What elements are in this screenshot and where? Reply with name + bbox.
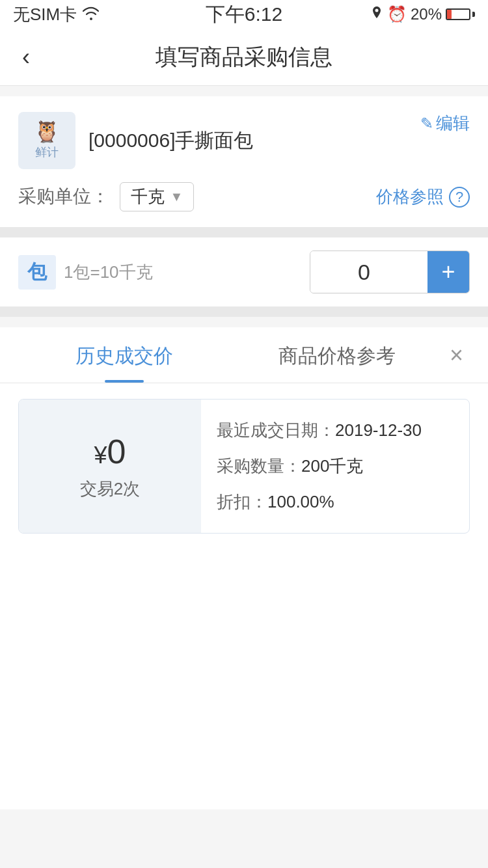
discount-value: 100.00% (267, 492, 334, 511)
latest-date-row: 最近成交日期：2019-12-30 (217, 418, 454, 443)
status-time: 下午6:12 (206, 1, 282, 28)
divider (0, 227, 488, 237)
edit-button[interactable]: ✎ 编辑 (420, 112, 470, 135)
history-price: ¥0 (94, 432, 126, 471)
trades-count: 交易2次 (80, 478, 140, 500)
qty-conversion: 1包=10千克 (64, 261, 153, 284)
tab-price-reference[interactable]: 商品价格参考 (230, 327, 442, 383)
currency-symbol: ¥ (94, 442, 107, 468)
divider-2 (0, 306, 488, 317)
tabs-panel: 历史成交价 商品价格参考 × ¥0 交易2次 最近成交日期：2019-12-30… (0, 327, 488, 809)
price-value: 0 (107, 433, 126, 470)
alarm-icon: ⏰ (387, 5, 407, 23)
qty-input-group: + (310, 251, 470, 293)
latest-date-value: 2019-12-30 (335, 420, 422, 440)
price-ref-label: 价格参照 (376, 185, 444, 208)
tabs-header: 历史成交价 商品价格参考 × (0, 327, 488, 383)
purchase-quantity-label: 采购数量： (217, 456, 301, 476)
qty-plus-button[interactable]: + (427, 251, 469, 293)
discount-label: 折扣： (217, 492, 267, 511)
tab-close-button[interactable]: × (443, 335, 470, 375)
qty-unit-info: 包 1包=10千克 (18, 255, 153, 290)
quantity-row: 包 1包=10千克 + (0, 237, 488, 306)
edit-label: 编辑 (436, 112, 470, 135)
content-area (0, 549, 488, 809)
qty-unit-box: 包 (18, 255, 56, 290)
unit-value: 千克 (131, 185, 165, 208)
history-left: ¥0 交易2次 (19, 400, 201, 533)
qty-input[interactable] (310, 251, 427, 293)
history-price-card: ¥0 交易2次 最近成交日期：2019-12-30 采购数量：200千克 折扣：… (18, 399, 470, 534)
carrier-text: 无SIM卡 (13, 3, 77, 26)
thumbnail-label: 鲜计 (35, 144, 59, 160)
purchase-quantity-row: 采购数量：200千克 (217, 454, 454, 479)
history-right: 最近成交日期：2019-12-30 采购数量：200千克 折扣：100.00% (201, 400, 469, 533)
wifi-icon (82, 5, 100, 25)
status-left: 无SIM卡 (13, 3, 100, 26)
product-header: 🦉 鲜计 [0000006]手撕面包 ✎ 编辑 (18, 112, 470, 169)
product-unit-row: 采购单位： 千克 ▼ 价格参照 ? (18, 182, 470, 211)
product-thumbnail: 🦉 鲜计 (18, 112, 75, 169)
battery-percent: 20% (411, 5, 442, 23)
edit-icon: ✎ (420, 115, 433, 133)
product-card: 🦉 鲜计 [0000006]手撕面包 ✎ 编辑 采购单位： 千克 ▼ 价格参照 … (0, 96, 488, 227)
status-bar: 无SIM卡 下午6:12 ⏰ 20% (0, 0, 488, 29)
unit-section: 采购单位： 千克 ▼ (18, 182, 194, 211)
tab-history-price[interactable]: 历史成交价 (18, 327, 230, 383)
back-button[interactable]: ‹ (16, 37, 36, 77)
price-ref-help-icon: ? (449, 187, 470, 208)
latest-date-label: 最近成交日期： (217, 420, 335, 440)
unit-label: 采购单位： (18, 186, 109, 206)
price-ref-button[interactable]: 价格参照 ? (376, 185, 470, 208)
location-icon (370, 5, 383, 23)
purchase-quantity-value: 200千克 (301, 456, 363, 476)
product-name: [0000006]手撕面包 (88, 128, 253, 154)
status-right: ⏰ 20% (370, 5, 475, 23)
owl-icon: 🦉 (34, 121, 60, 142)
nav-title: 填写商品采购信息 (156, 42, 332, 72)
unit-select[interactable]: 千克 ▼ (120, 182, 194, 211)
nav-bar: ‹ 填写商品采购信息 (0, 29, 488, 86)
discount-row: 折扣：100.00% (217, 489, 454, 515)
unit-arrow-icon: ▼ (170, 189, 183, 204)
product-left: 🦉 鲜计 [0000006]手撕面包 (18, 112, 253, 169)
battery-icon (446, 8, 475, 20)
